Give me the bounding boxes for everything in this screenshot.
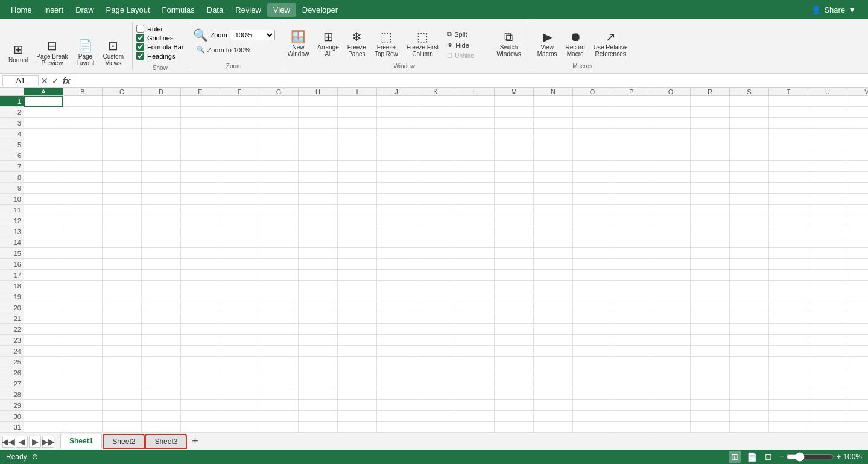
cell-P10[interactable] — [612, 194, 651, 205]
cell-N27[interactable] — [534, 378, 573, 389]
cell-T28[interactable] — [769, 389, 808, 400]
zoom-select[interactable]: 100% 50% 75% 125% 150% 200% — [230, 30, 275, 40]
cell-T15[interactable] — [769, 248, 808, 259]
cell-J9[interactable] — [377, 183, 416, 194]
cell-H8[interactable] — [299, 172, 338, 183]
cell-U31[interactable] — [808, 422, 847, 433]
cell-E19[interactable] — [181, 291, 220, 302]
cell-E12[interactable] — [181, 215, 220, 226]
cell-C7[interactable] — [103, 161, 142, 172]
cell-B29[interactable] — [63, 400, 103, 411]
cell-S23[interactable] — [730, 335, 769, 346]
cell-H18[interactable] — [299, 281, 338, 291]
col-header-Q[interactable]: Q — [651, 88, 691, 95]
cell-R4[interactable] — [691, 129, 730, 139]
row-num-26[interactable]: 26 — [0, 367, 24, 378]
cell-H15[interactable] — [299, 248, 338, 259]
cell-C22[interactable] — [103, 324, 142, 335]
cell-G17[interactable] — [259, 270, 299, 281]
cell-C24[interactable] — [103, 346, 142, 357]
cell-R10[interactable] — [691, 194, 730, 205]
cell-P17[interactable] — [612, 270, 651, 281]
cell-M22[interactable] — [495, 324, 534, 335]
cell-O11[interactable] — [573, 205, 612, 215]
cell-K14[interactable] — [416, 237, 455, 248]
cell-L5[interactable] — [455, 139, 495, 150]
cell-Q21[interactable] — [651, 313, 691, 324]
cell-S24[interactable] — [730, 346, 769, 357]
cell-C19[interactable] — [103, 291, 142, 302]
cell-B8[interactable] — [63, 172, 103, 183]
cell-G20[interactable] — [259, 302, 299, 313]
cell-C21[interactable] — [103, 313, 142, 324]
use-relative-references-button[interactable]: ↗ Use Relative References — [590, 28, 632, 60]
cell-R23[interactable] — [691, 335, 730, 346]
cell-U12[interactable] — [808, 215, 847, 226]
row-num-14[interactable]: 14 — [0, 237, 24, 248]
cell-Q26[interactable] — [651, 367, 691, 378]
cell-S11[interactable] — [730, 205, 769, 215]
cell-L8[interactable] — [455, 172, 495, 183]
cell-K6[interactable] — [416, 150, 455, 161]
cell-N12[interactable] — [534, 215, 573, 226]
cell-O16[interactable] — [573, 259, 612, 270]
cell-B7[interactable] — [63, 161, 103, 172]
cell-C8[interactable] — [103, 172, 142, 183]
cell-G14[interactable] — [259, 237, 299, 248]
row-num-30[interactable]: 30 — [0, 411, 24, 422]
cell-R14[interactable] — [691, 237, 730, 248]
cell-I11[interactable] — [338, 205, 377, 215]
row-num-24[interactable]: 24 — [0, 346, 24, 357]
cell-N17[interactable] — [534, 270, 573, 281]
cell-M10[interactable] — [495, 194, 534, 205]
cell-Q9[interactable] — [651, 183, 691, 194]
cell-G13[interactable] — [259, 226, 299, 237]
ruler-checkbox[interactable]: Ruler — [136, 25, 184, 33]
cell-L11[interactable] — [455, 205, 495, 215]
cell-H16[interactable] — [299, 259, 338, 270]
cell-B26[interactable] — [63, 367, 103, 378]
cell-T24[interactable] — [769, 346, 808, 357]
cell-K12[interactable] — [416, 215, 455, 226]
cell-K9[interactable] — [416, 183, 455, 194]
cell-J24[interactable] — [377, 346, 416, 357]
cell-U23[interactable] — [808, 335, 847, 346]
cell-L13[interactable] — [455, 226, 495, 237]
col-header-D[interactable]: D — [142, 88, 181, 95]
cell-R9[interactable] — [691, 183, 730, 194]
cell-D4[interactable] — [142, 129, 181, 139]
cell-P30[interactable] — [612, 411, 651, 422]
cell-J3[interactable] — [377, 118, 416, 129]
new-window-button[interactable]: 🪟 New Window — [284, 28, 313, 60]
cell-C18[interactable] — [103, 281, 142, 291]
cell-H21[interactable] — [299, 313, 338, 324]
cell-G10[interactable] — [259, 194, 299, 205]
cell-F21[interactable] — [220, 313, 259, 324]
cell-S3[interactable] — [730, 118, 769, 129]
cell-U11[interactable] — [808, 205, 847, 215]
cell-E17[interactable] — [181, 270, 220, 281]
formula-bar-check[interactable] — [136, 43, 144, 51]
col-header-G[interactable]: G — [259, 88, 299, 95]
cell-F31[interactable] — [220, 422, 259, 433]
cell-D9[interactable] — [142, 183, 181, 194]
cell-V28[interactable] — [847, 389, 868, 400]
cell-U28[interactable] — [808, 389, 847, 400]
cell-I6[interactable] — [338, 150, 377, 161]
cell-Q5[interactable] — [651, 139, 691, 150]
cell-T9[interactable] — [769, 183, 808, 194]
cell-C2[interactable] — [103, 107, 142, 118]
cell-S21[interactable] — [730, 313, 769, 324]
cell-R19[interactable] — [691, 291, 730, 302]
cell-U7[interactable] — [808, 161, 847, 172]
cell-H26[interactable] — [299, 367, 338, 378]
col-header-L[interactable]: L — [455, 88, 495, 95]
cell-M13[interactable] — [495, 226, 534, 237]
cell-T4[interactable] — [769, 129, 808, 139]
cell-U8[interactable] — [808, 172, 847, 183]
cell-R13[interactable] — [691, 226, 730, 237]
cell-E4[interactable] — [181, 129, 220, 139]
cell-C1[interactable] — [103, 96, 142, 107]
cell-T12[interactable] — [769, 215, 808, 226]
row-num-7[interactable]: 7 — [0, 161, 24, 172]
